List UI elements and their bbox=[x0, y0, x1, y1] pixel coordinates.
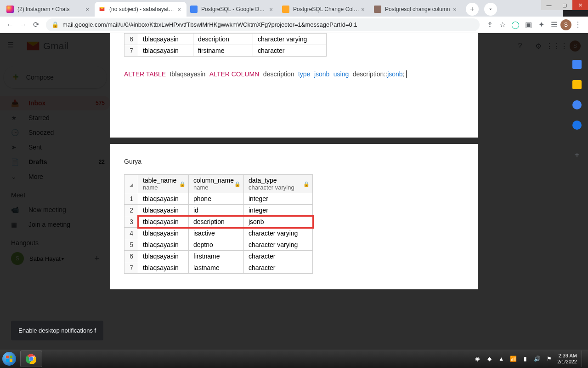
window-maximize[interactable]: ▢ bbox=[557, 0, 572, 10]
close-icon[interactable]: × bbox=[359, 6, 367, 13]
site-icon bbox=[282, 6, 289, 13]
close-icon[interactable]: × bbox=[267, 6, 275, 13]
svg-rect-3 bbox=[10, 359, 12, 362]
extension-grammarly-icon[interactable]: ◯ bbox=[509, 18, 522, 31]
lock-icon: 🔒 bbox=[234, 181, 241, 187]
taskbar-chrome[interactable] bbox=[20, 351, 42, 367]
table-row: 6tblaqsayasindescriptioncharacter varyin… bbox=[124, 34, 327, 45]
tray-network-icon[interactable]: 📶 bbox=[509, 355, 517, 362]
corner-cell: ◢ bbox=[124, 175, 138, 193]
extensions-menu-icon[interactable]: ✦ bbox=[535, 18, 548, 31]
image-panel-2: Gurya ◢ table_name name 🔒 column_name na… bbox=[110, 144, 478, 289]
table-row: 7tblaqsayasinlastnamecharacter bbox=[124, 262, 313, 274]
address-bar: ← → ⟳ 🔒 mail.google.com/mail/u/0/#inbox/… bbox=[0, 17, 588, 33]
notification-toast[interactable]: Enable desktop notifications f bbox=[11, 321, 103, 340]
google-side-panel: + bbox=[566, 60, 588, 161]
tab-gmail[interactable]: (no subject) - sabahayatkha × bbox=[95, 2, 187, 17]
show-desktop[interactable] bbox=[582, 351, 584, 367]
taskbar: ◉ ◆ ▲ 📶 ▮ 🔊 ⚑ 2:39 AM 2/1/2022 bbox=[0, 350, 588, 368]
profile-avatar[interactable]: S bbox=[560, 19, 571, 30]
table-row: 3tblaqsayasindescriptionjsonb bbox=[124, 216, 313, 228]
tab-title: PostgreSQL - Google Docs bbox=[201, 6, 267, 12]
tab-strip: (2) Instagram • Chats × (no subject) - s… bbox=[0, 0, 563, 17]
tray-wifi-icon[interactable]: ▮ bbox=[521, 355, 529, 362]
keep-icon[interactable] bbox=[572, 80, 582, 89]
reload-button[interactable]: ⟳ bbox=[29, 18, 42, 31]
svg-point-5 bbox=[29, 356, 33, 361]
tab-title: (no subject) - sabahayatkha bbox=[109, 6, 175, 12]
tab-gdocs[interactable]: PostgreSQL - Google Docs × bbox=[187, 2, 278, 17]
tray-flag-icon[interactable]: ⚑ bbox=[545, 355, 553, 362]
table-row: 2tblaqsayasinidinteger bbox=[124, 205, 313, 216]
tab-title: (2) Instagram • Chats bbox=[17, 6, 84, 12]
svg-rect-0 bbox=[6, 356, 9, 358]
image-panel-1: 6tblaqsayasindescriptioncharacter varyin… bbox=[110, 33, 478, 138]
gmail-icon bbox=[98, 6, 106, 13]
forward-button[interactable]: → bbox=[17, 18, 29, 31]
db-table-top: 6tblaqsayasindescriptioncharacter varyin… bbox=[124, 33, 327, 57]
col-header: data_type character varying 🔒 bbox=[244, 175, 313, 193]
tab-pg1[interactable]: PostgreSQL Change Colum × bbox=[278, 2, 370, 17]
lock-icon: 🔒 bbox=[179, 181, 186, 187]
tray-volume-icon[interactable]: 🔊 bbox=[533, 355, 541, 362]
tray-icon[interactable]: ◆ bbox=[486, 355, 493, 362]
share-icon[interactable]: ⇪ bbox=[483, 18, 496, 31]
window-minimize[interactable]: — bbox=[541, 0, 557, 10]
window-close[interactable]: ✕ bbox=[572, 0, 588, 10]
system-tray: ◉ ◆ ▲ 📶 ▮ 🔊 ⚑ 2:39 AM 2/1/2022 bbox=[474, 351, 588, 367]
gdocs-icon bbox=[190, 6, 198, 13]
table-row: 1tblaqsayasinphoneinteger bbox=[124, 193, 313, 205]
svg-rect-2 bbox=[6, 359, 9, 362]
tab-title: Postgresql change column bbox=[385, 6, 451, 12]
col-header: table_name name 🔒 bbox=[138, 175, 189, 193]
close-icon[interactable]: × bbox=[175, 6, 183, 13]
omnibox[interactable]: 🔒 mail.google.com/mail/u/0/#inbox/KtbxLw… bbox=[46, 18, 480, 31]
window-controls: — ▢ ✕ bbox=[541, 0, 588, 10]
col-header: column_name name 🔒 bbox=[189, 175, 244, 193]
close-icon[interactable]: × bbox=[451, 6, 458, 13]
taskbar-clock[interactable]: 2:39 AM 2/1/2022 bbox=[557, 353, 577, 365]
reading-list-icon[interactable]: ☰ bbox=[548, 18, 560, 31]
sql-statement: ALTER TABLE tblaqsayasin ALTER COLUMN de… bbox=[124, 70, 464, 78]
star-icon[interactable]: ☆ bbox=[496, 18, 509, 31]
lock-icon: 🔒 bbox=[303, 181, 310, 187]
panel-label: Gurya bbox=[124, 158, 464, 165]
tray-icon[interactable]: ◉ bbox=[474, 355, 481, 362]
instagram-icon bbox=[6, 6, 14, 13]
lock-icon: 🔒 bbox=[51, 21, 59, 28]
svg-rect-1 bbox=[10, 356, 12, 358]
tab-pg2[interactable]: Postgresql change column × bbox=[370, 2, 462, 17]
start-button[interactable] bbox=[0, 350, 18, 368]
table-row: 5tblaqsayasindeptnocharacter varying bbox=[124, 239, 313, 251]
tasks-icon[interactable] bbox=[572, 100, 582, 109]
new-tab-button[interactable]: + bbox=[466, 3, 479, 16]
db-table-main: ◢ table_name name 🔒 column_name name 🔒 bbox=[124, 174, 313, 274]
tab-instagram[interactable]: (2) Instagram • Chats × bbox=[3, 2, 95, 17]
extension-icon[interactable]: ▣ bbox=[522, 18, 535, 31]
tab-title: PostgreSQL Change Colum bbox=[293, 6, 359, 12]
calendar-icon[interactable] bbox=[572, 60, 582, 69]
chrome-menu-icon[interactable]: ⋮ bbox=[571, 18, 584, 31]
back-button[interactable]: ← bbox=[4, 18, 17, 31]
url-text: mail.google.com/mail/u/0/#inbox/KtbxLwHP… bbox=[62, 21, 357, 28]
close-icon[interactable]: × bbox=[84, 6, 91, 13]
table-row: 4tblaqsayasinisactivecharacter varying bbox=[124, 228, 313, 239]
image-viewer: 6tblaqsayasindescriptioncharacter varyin… bbox=[110, 33, 478, 350]
table-row: 6tblaqsayasinfirstnamecharacter bbox=[124, 251, 313, 262]
table-row: 7tblaqsayasinfirstnamecharacter bbox=[124, 45, 327, 57]
site-icon bbox=[374, 6, 381, 13]
add-addon-icon[interactable]: + bbox=[574, 150, 580, 161]
tray-icon[interactable]: ▲ bbox=[498, 355, 505, 362]
contacts-icon[interactable] bbox=[572, 121, 582, 130]
profile-menu[interactable] bbox=[484, 3, 497, 16]
